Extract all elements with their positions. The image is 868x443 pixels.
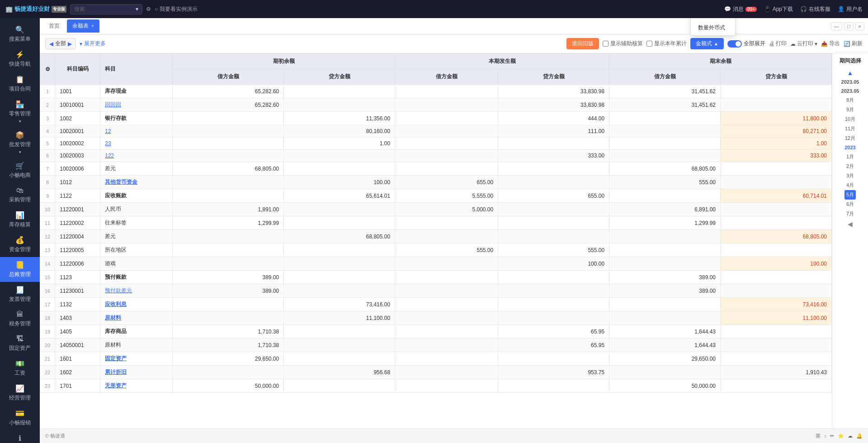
month-item[interactable]: 1月 <box>844 152 856 162</box>
expand-all-toggle[interactable]: 全部展开 <box>727 40 765 48</box>
amount-cell <box>173 125 284 138</box>
subject-name-cell[interactable]: 库存现金 <box>100 85 173 98</box>
minimize-btn[interactable]: — <box>831 22 842 30</box>
amount-cell: 65,614.01 <box>284 189 395 203</box>
sidebar-item-quicknav[interactable]: ⚡ 快捷导航 <box>0 47 40 71</box>
subject-name-cell[interactable]: 回回回 <box>100 98 173 112</box>
year-2023-start-label: 2023.05 <box>841 88 859 94</box>
sidebar-item-inventory[interactable]: 📊 库存核算 <box>0 207 40 232</box>
month-item[interactable]: 9月 <box>843 105 857 114</box>
sidebar-item-operations[interactable]: 📈 经营管理 <box>0 381 40 405</box>
expand-btn[interactable]: ▾ 展开更多 <box>80 40 106 48</box>
table-cell: 13 <box>40 243 55 257</box>
cloud-icon[interactable]: ☁ <box>848 433 853 439</box>
subject-name-cell[interactable]: 23 <box>100 138 173 150</box>
sidebar-label-project: 项目合同 <box>9 85 31 93</box>
lang-btn[interactable]: 英 <box>816 433 821 439</box>
sidebar-item-assets[interactable]: 🏗 固定资产 <box>0 331 40 356</box>
month-item[interactable]: 7月 <box>844 209 856 219</box>
message-btn[interactable]: 💬 消息 99+ <box>724 5 757 13</box>
sidebar-item-project[interactable]: 📋 项目合同 <box>0 71 40 96</box>
period-up-arrow[interactable]: ▲ <box>846 68 854 77</box>
demo-link[interactable]: ○ 我要看实例演示 <box>155 5 198 13</box>
settings-col-header[interactable]: ⚙ <box>40 54 55 85</box>
show-ytd-checkbox[interactable]: 显示本年累计 <box>646 40 687 48</box>
month-item[interactable]: 10月 <box>843 114 857 124</box>
sidebar-item-retail[interactable]: 🏪 零售管理 ▾ <box>0 96 40 127</box>
download-btn[interactable]: 📱 App下载 <box>764 5 793 13</box>
bell-icon[interactable]: 🔔 <box>856 433 863 439</box>
table-cell: 5 <box>40 138 55 150</box>
subject-name-cell[interactable]: 预付款差元 <box>100 284 173 298</box>
subject-name-cell[interactable]: 122 <box>100 150 173 162</box>
table-cell: 7 <box>40 162 55 176</box>
close-window-btn[interactable]: × <box>855 22 864 30</box>
balance-tab-close[interactable]: × <box>91 24 94 29</box>
sidebar-item-payroll[interactable]: 💵 工资 <box>0 356 40 381</box>
subject-name-cell[interactable]: 银行存款 <box>100 112 173 125</box>
amount-cell <box>721 98 832 112</box>
month-item[interactable]: 6月 <box>844 200 856 209</box>
refresh-icon: 🔄 <box>844 41 850 47</box>
amount-style-btn[interactable]: 金额式 ▲ <box>690 38 724 49</box>
subject-name-cell[interactable]: 12 <box>100 125 173 138</box>
print-btn[interactable]: 🖨 打印 <box>769 40 787 48</box>
sidebar-item-purchase[interactable]: 🛍 采购管理 <box>0 183 40 207</box>
month-item[interactable]: 4月 <box>844 181 856 190</box>
user-avatar[interactable]: 👤 用户名 <box>838 5 863 13</box>
month-item[interactable]: 2月 <box>844 162 856 171</box>
sidebar-item-ecommerce[interactable]: 🛒 小畅电商 <box>0 158 40 183</box>
right-arrow-icon[interactable]: ▶ <box>68 41 72 47</box>
table-cell: 1701 <box>55 379 100 393</box>
inventory-icon: 📊 <box>15 211 24 219</box>
auxiliary-checkbox-input[interactable] <box>603 41 609 47</box>
cloud-print-btn[interactable]: ☁ 云打印 ▾ <box>790 40 817 48</box>
settings-icon[interactable]: ⚙ <box>146 6 151 12</box>
sidebar-item-ledger[interactable]: 📒 总账管理 <box>0 257 40 282</box>
month-item[interactable]: 11月 <box>843 124 857 133</box>
month-item[interactable]: 12月 <box>843 133 857 143</box>
collapse-right-panel-btn[interactable]: ◀ <box>848 220 853 228</box>
sidebar-item-basic[interactable]: ℹ 基础信息 <box>0 430 40 443</box>
subject-name-cell[interactable]: 应收账款 <box>100 189 173 203</box>
upload-icon[interactable]: ↑ <box>824 433 827 439</box>
dropdown-item-qty-foreign[interactable]: 数量外币式 <box>691 20 735 35</box>
balance-tab[interactable]: 余额表 × <box>67 19 99 33</box>
sidebar-item-expense[interactable]: 💳 小畅报销 <box>0 405 40 430</box>
search-bar[interactable]: 搜索 ▾ <box>70 4 142 14</box>
subject-name-cell[interactable]: 累计折旧 <box>100 366 173 379</box>
service-btn[interactable]: 🎧 在线客服 <box>800 5 830 13</box>
amount-cell <box>609 311 721 325</box>
subject-name-cell[interactable]: 无形资产 <box>100 379 173 393</box>
filter-selector[interactable]: ◀ 全部 ▶ <box>45 38 76 49</box>
subject-name-cell[interactable]: 固定资产 <box>100 352 173 366</box>
subject-name-cell[interactable]: 库存商品 <box>100 325 173 338</box>
sidebar-item-wholesale[interactable]: 📦 批发管理 ▾ <box>0 127 40 158</box>
maximize-btn[interactable]: □ <box>844 22 854 30</box>
month-item[interactable]: 3月 <box>844 171 856 181</box>
show-auxiliary-checkbox[interactable]: 显示辅助核算 <box>603 40 643 48</box>
sidebar-item-search[interactable]: 🔍 搜索菜单 <box>0 22 40 47</box>
toggle-switch-control[interactable] <box>727 40 742 48</box>
home-tab[interactable]: 首页 <box>43 19 65 33</box>
sidebar-item-invoice[interactable]: 🧾 发票管理 <box>0 282 40 307</box>
month-item[interactable]: 8月 <box>843 95 857 105</box>
amount-cell: 33,830.98 <box>498 98 609 112</box>
sidebar-item-capital[interactable]: 💰 资金管理 <box>0 232 40 257</box>
amount-cell <box>173 176 284 189</box>
subject-name-cell[interactable]: 应收利息 <box>100 298 173 311</box>
sidebar-item-tax[interactable]: 🏛 税务管理 <box>0 307 40 331</box>
refresh-btn[interactable]: 🔄 刷新 <box>844 40 863 48</box>
export-btn[interactable]: 📤 导出 <box>821 40 840 48</box>
month-item[interactable]: 5月 <box>844 190 856 200</box>
back-old-version-btn[interactable]: 退回旧版 <box>566 38 599 49</box>
subject-name-cell[interactable]: 预付账款 <box>100 271 173 284</box>
credit-curr-header: 贷方金额 <box>498 69 609 85</box>
star-icon[interactable]: ⭐ <box>838 433 844 439</box>
subject-name-cell: 差元 <box>100 162 173 176</box>
ledger-icon: 📒 <box>15 261 24 269</box>
edit-icon[interactable]: ✏ <box>830 433 834 439</box>
subject-name-cell[interactable]: 原材料 <box>100 311 173 325</box>
ytd-checkbox-input[interactable] <box>646 41 652 47</box>
subject-name-cell[interactable]: 其他货币资金 <box>100 176 173 189</box>
